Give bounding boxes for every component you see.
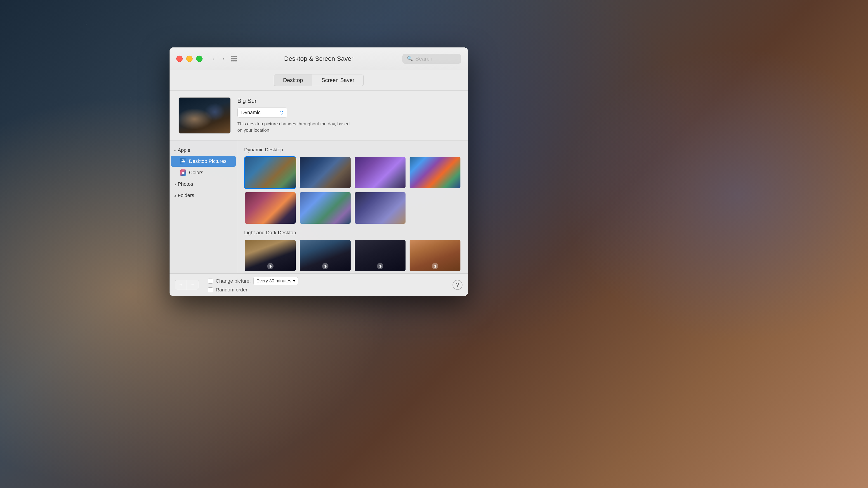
sidebar-item-colors[interactable]: ◉ Colors xyxy=(171,167,236,178)
wallpaper-image-5 xyxy=(245,192,296,223)
wallpaper-thumb-6[interactable] xyxy=(299,192,351,224)
sidebar-section-photos: ▸ Photos xyxy=(169,179,237,189)
sidebar-item-label-colors: Colors xyxy=(189,170,204,175)
sidebar-item-label-desktop-pictures: Desktop Pictures xyxy=(189,158,226,164)
desktop-pictures-icon: 🏔 xyxy=(180,158,186,164)
forward-button[interactable]: › xyxy=(219,55,227,63)
back-button[interactable]: ‹ xyxy=(209,55,217,63)
section-label-dynamic: Dynamic Desktop xyxy=(244,147,461,153)
wallpaper-ld-image-4: ◑ xyxy=(410,240,460,271)
sidebar: ▾ Apple 🏔 Desktop Pictures ◉ Colors xyxy=(169,140,237,294)
sidebar-section-header-photos[interactable]: ▸ Photos xyxy=(169,179,237,189)
sidebar-section-folders: ▸ Folders xyxy=(169,190,237,201)
chevron-apple-icon: ▾ xyxy=(174,148,176,153)
change-picture-checkbox[interactable] xyxy=(208,279,213,284)
traffic-lights xyxy=(176,56,203,62)
close-button[interactable] xyxy=(176,56,183,62)
ld-icon-2: ◑ xyxy=(322,263,329,269)
system-preferences-window: ‹ › Desktop & Screen Saver 🔍 Desktop Scr… xyxy=(169,47,468,296)
titlebar: ‹ › Desktop & Screen Saver 🔍 xyxy=(169,47,468,70)
tab-screensaver[interactable]: Screen Saver xyxy=(312,74,364,86)
sidebar-section-label-folders: Folders xyxy=(178,193,194,198)
sidebar-section-apple: ▾ Apple 🏔 Desktop Pictures ◉ Colors xyxy=(169,145,237,178)
search-input[interactable] xyxy=(415,56,457,62)
sidebar-section-header-apple[interactable]: ▾ Apple xyxy=(169,145,237,156)
wallpaper-image-6 xyxy=(300,192,350,223)
picture-description: This desktop picture changes throughout … xyxy=(237,121,350,133)
wallpaper-ld-3[interactable]: ◑ xyxy=(354,239,406,272)
main-content: ▾ Apple 🏔 Desktop Pictures ◉ Colors xyxy=(169,140,468,294)
bottom-bar: + − Change picture: Every 30 minutes ▾ R… xyxy=(169,273,468,296)
maximize-button[interactable] xyxy=(196,56,203,62)
sidebar-section-label-photos: Photos xyxy=(178,181,193,187)
sidebar-item-desktop-pictures[interactable]: 🏔 Desktop Pictures xyxy=(171,156,236,167)
wallpaper-thumb-7[interactable] xyxy=(354,192,406,224)
interval-value: Every 30 minutes xyxy=(256,278,291,284)
grid-icon xyxy=(231,56,237,61)
light-dark-grid: ◑ ◑ ◑ ◑ xyxy=(244,239,461,272)
tab-desktop[interactable]: Desktop xyxy=(274,74,312,86)
preview-image xyxy=(179,97,230,133)
interval-dropdown-arrow-icon: ▾ xyxy=(293,279,295,283)
change-picture-label: Change picture: xyxy=(216,278,251,284)
nav-buttons: ‹ › xyxy=(209,55,227,63)
wallpaper-ld-image-3: ◑ xyxy=(355,240,405,271)
random-order-checkbox[interactable] xyxy=(208,287,213,292)
wallpaper-image-4 xyxy=(410,157,460,188)
wallpaper-thumb-5[interactable] xyxy=(244,192,296,224)
ld-icon-3: ◑ xyxy=(377,263,383,269)
colors-icon: ◉ xyxy=(180,169,186,176)
dropdown-value: Dynamic xyxy=(241,109,279,116)
interval-dropdown[interactable]: Every 30 minutes ▾ xyxy=(253,277,298,285)
window-title: Desktop & Screen Saver xyxy=(284,55,353,62)
change-picture-row: Change picture: Every 30 minutes ▾ xyxy=(208,277,448,285)
search-icon: 🔍 xyxy=(407,56,413,62)
add-remove-buttons: + − xyxy=(175,280,199,290)
wallpaper-thumb-3[interactable] xyxy=(354,156,406,189)
chevron-photos-icon: ▸ xyxy=(173,183,177,185)
add-button[interactable]: + xyxy=(175,280,187,290)
wallpaper-image-7 xyxy=(355,192,405,223)
remove-button[interactable]: − xyxy=(187,280,199,290)
wallpaper-ld-image-1: ◑ xyxy=(245,240,296,271)
wallpaper-image-2 xyxy=(300,157,350,188)
wallpaper-ld-image-2: ◑ xyxy=(300,240,350,271)
wallpaper-thumb-2[interactable] xyxy=(299,156,351,189)
wallpaper-ld-4[interactable]: ◑ xyxy=(409,239,461,272)
wallpaper-ld-2[interactable]: ◑ xyxy=(299,239,351,272)
forward-icon: › xyxy=(222,56,224,62)
dynamic-desktop-grid xyxy=(244,156,461,224)
picture-name: Big Sur xyxy=(237,97,459,104)
preview-area: Big Sur Dynamic ⬡ This desktop picture c… xyxy=(169,91,468,140)
content-area: Dynamic Desktop xyxy=(237,140,468,294)
dropdown-arrow-icon: ⬡ xyxy=(279,110,283,115)
minimize-button[interactable] xyxy=(186,56,193,62)
random-order-label: Random order xyxy=(216,287,248,293)
wallpaper-thumb-4[interactable] xyxy=(409,156,461,189)
chevron-folders-icon: ▸ xyxy=(173,195,177,196)
search-box[interactable]: 🔍 xyxy=(402,54,461,64)
ld-icon-4: ◑ xyxy=(432,263,438,269)
wallpaper-image-3 xyxy=(355,157,405,188)
grid-view-button[interactable] xyxy=(229,54,238,63)
sidebar-section-header-folders[interactable]: ▸ Folders xyxy=(169,190,237,201)
section-label-lightdark: Light and Dark Desktop xyxy=(244,230,461,236)
preview-info: Big Sur Dynamic ⬡ This desktop picture c… xyxy=(237,97,459,133)
random-order-row: Random order xyxy=(208,287,448,293)
preview-image-inner xyxy=(179,98,230,133)
dynamic-dropdown[interactable]: Dynamic ⬡ xyxy=(237,107,287,118)
wallpaper-thumb-1[interactable] xyxy=(244,156,296,189)
back-icon: ‹ xyxy=(213,56,214,62)
ld-icon-1: ◑ xyxy=(267,263,274,269)
wallpaper-image-1 xyxy=(245,157,296,188)
sidebar-section-label-apple: Apple xyxy=(178,147,190,153)
help-button[interactable]: ? xyxy=(453,280,463,290)
tab-bar: Desktop Screen Saver xyxy=(169,70,468,91)
wallpaper-ld-1[interactable]: ◑ xyxy=(244,239,296,272)
